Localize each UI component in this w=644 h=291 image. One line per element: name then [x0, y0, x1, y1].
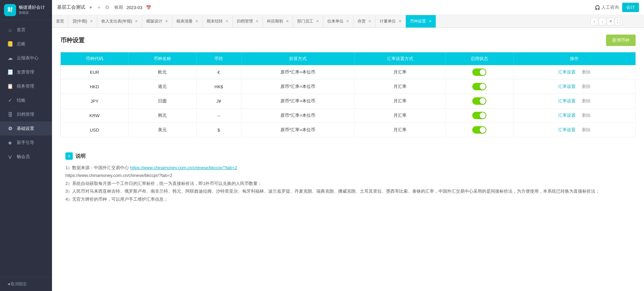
delete-link-1[interactable]: 删除 — [582, 84, 591, 89]
tab-close-archive-mgmt[interactable]: ✕ — [256, 19, 259, 23]
sidebar-pin-toggle[interactable]: ◄取消固定 — [0, 277, 52, 291]
tab-home[interactable]: 首页 — [52, 15, 68, 28]
company-dropdown-icon[interactable]: ▼ — [89, 5, 93, 10]
tab-tax-clear[interactable]: 税表清册 ✕ — [172, 15, 203, 28]
invoice-icon: 🧾 — [7, 69, 13, 75]
tab-label-template: 模版设计 — [146, 18, 162, 24]
tab-account-init[interactable]: 科目期初 ✕ — [263, 15, 293, 28]
sidebar-label-archive: 归档管理 — [17, 111, 34, 117]
sidebar-label-home: 首页 — [17, 27, 25, 33]
note-text-3: 2）系统自动获取每月第一个工作日的汇率标价，统一为直接标价法，即1外币可以兑换的… — [65, 181, 262, 186]
sidebar-label-tax: 税务管理 — [17, 83, 34, 89]
tab-close-period-end[interactable]: ✕ — [225, 19, 228, 23]
delete-link-2[interactable]: 删除 — [582, 98, 591, 103]
sidebar-item-reports[interactable]: ☁ 云报表中心 — [0, 51, 52, 65]
delete-link-3[interactable]: 删除 — [582, 113, 591, 118]
tab-close-template[interactable]: ✕ — [165, 19, 168, 23]
cell-calc-2: 原币*汇率=本位币 — [241, 94, 355, 108]
sidebar-item-ledger[interactable]: 📒 总账 — [0, 37, 52, 51]
toggle-3[interactable] — [472, 112, 486, 119]
settings-button[interactable]: ⚙ — [105, 4, 109, 10]
toggle-4[interactable] — [472, 126, 486, 134]
col-header-symbol: 币符 — [196, 52, 241, 65]
sidebar-item-tax[interactable]: 📋 税务管理 — [0, 79, 52, 93]
logo-subtitle: 旗舰版 — [19, 10, 45, 15]
tab-inventory[interactable]: 存货 ✕ — [354, 15, 376, 28]
new-currency-button[interactable]: 新增币种 — [606, 35, 636, 46]
cell-status-3 — [445, 108, 513, 123]
rate-settings-link-1[interactable]: 汇率设置 — [558, 84, 576, 89]
tab-label-dept: 部门员工 — [297, 18, 313, 24]
tab-close-inventory[interactable]: ✕ — [368, 19, 371, 23]
sidebar-item-settings[interactable]: ⚙ 基础设置 — [0, 122, 52, 136]
sidebar-item-archive[interactable]: 🗄 归档管理 — [0, 107, 52, 122]
table-row: USD 美元 $ 原币*汇率=本位币 月汇率 汇率设置 删除 — [61, 123, 636, 137]
tab-close-unit[interactable]: ✕ — [398, 19, 401, 23]
cell-code-2: JPY — [61, 94, 128, 108]
tab-partner[interactable]: 往来单位 ✕ — [323, 15, 354, 28]
sidebar-label-ledger: 总账 — [17, 41, 25, 47]
member-icon: V — [7, 154, 13, 160]
tab-close-income[interactable]: ✕ — [135, 19, 138, 23]
sidebar: 财 畅捷通好会计 旗舰版 ⌂ 首页 📒 总账 ☁ 云报表中心 🧾 发票管理 📋 … — [0, 0, 52, 291]
tab-currency[interactable]: 币种设置 ✕ — [406, 15, 436, 28]
note-link-1[interactable]: https://www.chinamoney.com.cn/chinese/bk… — [130, 165, 237, 170]
notes-icon: ≡ — [65, 152, 73, 160]
delete-link-4[interactable]: 删除 — [582, 127, 591, 132]
tab-period-end[interactable]: 期末结转 ✕ — [203, 15, 233, 28]
sidebar-item-invoice[interactable]: 🧾 发票管理 — [0, 65, 52, 79]
toggle-1[interactable] — [472, 83, 486, 90]
col-header-calc: 折算方式 — [241, 52, 355, 65]
tab-dept[interactable]: 部门员工 ✕ — [293, 15, 323, 28]
table-row: HKD 港元 HK$ 原币*汇率=本位币 月汇率 汇率设置 删除 — [61, 80, 636, 94]
notes-title-text: 说明 — [75, 153, 86, 159]
toggle-2[interactable] — [472, 97, 486, 105]
notes-list: 1）数据来源：中国外汇交易中心 https://www.chinamoney.c… — [65, 164, 631, 203]
note-item-4: 3）人民币对马来西亚林吉特、俄罗斯卢布、南非兰特、韩元、阿联酋迪拉姆、沙特里亚尔… — [65, 187, 631, 195]
tab-close-account-init[interactable]: ✕ — [286, 19, 289, 23]
sidebar-item-member[interactable]: V 畅会员 — [0, 150, 52, 164]
help-button[interactable]: 🎧 人工咨询 — [595, 4, 619, 10]
col-header-name: 币种名称 — [128, 52, 196, 65]
tab-income[interactable]: 收入支出表(年报) ✕ — [97, 15, 142, 28]
cell-name-0: 欧元 — [128, 65, 196, 80]
account-button[interactable]: 会计 — [622, 3, 639, 12]
cell-status-4 — [445, 123, 513, 137]
note-item-3: 2）系统自动获取每月第一个工作日的汇率标价，统一为直接标价法，即1外币可以兑换的… — [65, 180, 631, 187]
tab-balance[interactable]: 贷(中期) ✕ — [68, 15, 97, 28]
calendar-icon[interactable]: 📅 — [146, 5, 151, 10]
tab-maximize-button[interactable]: ⛶ — [615, 18, 622, 25]
currency-table: 币种代码 币种名称 币符 折算方式 汇率设置方式 启用状态 操作 EUR 欧元 … — [60, 52, 636, 137]
delete-link-0[interactable]: 删除 — [582, 69, 591, 75]
tab-close-dept[interactable]: ✕ — [316, 19, 319, 23]
cell-symbol-1: HK$ — [196, 80, 241, 94]
tab-label-unit: 计量单位 — [380, 18, 396, 24]
guide-icon: ◈ — [7, 140, 13, 146]
rate-settings-link-3[interactable]: 汇率设置 — [558, 113, 576, 118]
add-tab-button[interactable]: ＋ — [96, 4, 102, 11]
tab-close-balance[interactable]: ✕ — [90, 19, 93, 23]
tab-template[interactable]: 模版设计 ✕ — [142, 15, 172, 28]
rate-settings-link-0[interactable]: 汇率设置 — [558, 69, 576, 75]
cell-rate-0: 月汇率 — [355, 65, 445, 80]
tab-close-tax-clear[interactable]: ✕ — [195, 19, 198, 23]
cell-rate-3: 月汇率 — [355, 108, 445, 123]
tab-unit[interactable]: 计量单位 ✕ — [376, 15, 406, 28]
tab-prev-button[interactable]: ‹ — [591, 18, 598, 25]
rate-settings-link-2[interactable]: 汇率设置 — [558, 98, 576, 103]
cell-name-3: 韩元 — [128, 108, 196, 123]
tab-next-button[interactable]: › — [599, 18, 606, 25]
tab-close-all-button[interactable]: ✕ — [607, 18, 614, 25]
toggle-0[interactable] — [472, 68, 486, 76]
rate-settings-link-4[interactable]: 汇率设置 — [558, 127, 576, 132]
cell-rate-2: 月汇率 — [355, 94, 445, 108]
col-header-status: 启用状态 — [445, 52, 513, 65]
tab-close-currency[interactable]: ✕ — [429, 19, 432, 23]
tab-close-partner[interactable]: ✕ — [346, 19, 349, 23]
sidebar-item-home[interactable]: ⌂ 首页 — [0, 23, 52, 37]
cell-action-2: 汇率设置 删除 — [513, 94, 635, 108]
sidebar-item-guide[interactable]: ◈ 新手引导 — [0, 136, 52, 150]
sidebar-item-settle[interactable]: ✓ 结账 — [0, 93, 52, 107]
tab-label-period-end: 期末结转 — [207, 18, 223, 24]
tab-archive-mgmt[interactable]: 归档管理 ✕ — [233, 15, 263, 28]
